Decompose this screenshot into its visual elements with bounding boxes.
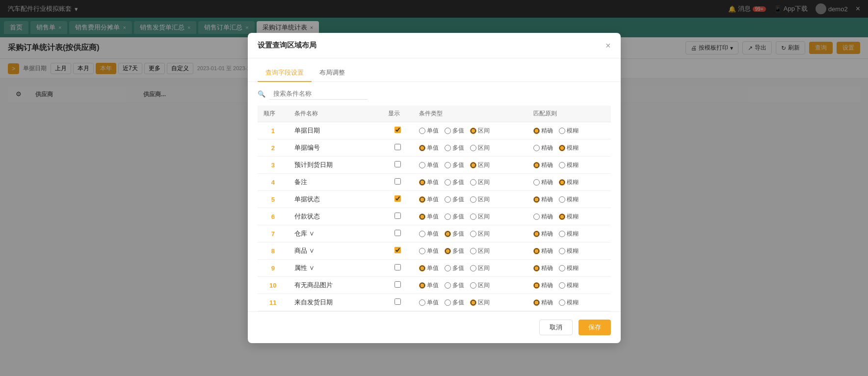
type-radio-label-多值-5[interactable]: 多值 (445, 195, 464, 204)
type-radio-多值-3[interactable] (445, 162, 451, 168)
match-radio-label-精确-3[interactable]: 精确 (533, 161, 553, 169)
type-radio-label-区间-2[interactable]: 区间 (470, 144, 490, 152)
display-checkbox-9[interactable] (395, 264, 401, 270)
match-radio-label-精确-2[interactable]: 精确 (533, 144, 553, 152)
match-radio-精确-5[interactable] (533, 196, 540, 203)
type-radio-单值-5[interactable] (419, 196, 425, 203)
match-radio-label-精确-4[interactable]: 精确 (533, 178, 553, 187)
type-radio-区间-7[interactable] (470, 231, 476, 237)
match-radio-模糊-9[interactable] (559, 265, 565, 271)
type-radio-单值-4[interactable] (419, 179, 425, 186)
display-checkbox-8[interactable] (395, 247, 401, 253)
type-radio-单值-7[interactable] (419, 231, 425, 237)
match-radio-label-模糊-11[interactable]: 模糊 (559, 298, 579, 307)
match-radio-label-精确-9[interactable]: 精确 (533, 264, 553, 272)
type-radio-区间-2[interactable] (470, 145, 476, 151)
type-radio-label-多值-10[interactable]: 多值 (445, 281, 464, 290)
type-radio-label-多值-7[interactable]: 多值 (445, 230, 464, 238)
type-radio-label-单值-10[interactable]: 单值 (419, 281, 439, 290)
display-checkbox-5[interactable] (395, 195, 401, 202)
type-radio-单值-1[interactable] (419, 128, 425, 134)
match-radio-模糊-7[interactable] (559, 231, 565, 237)
match-radio-精确-8[interactable] (533, 248, 540, 254)
type-radio-区间-4[interactable] (470, 179, 476, 186)
display-checkbox-10[interactable] (395, 281, 401, 288)
match-radio-label-模糊-2[interactable]: 模糊 (559, 144, 579, 152)
type-radio-区间-8[interactable] (470, 248, 476, 254)
type-radio-区间-9[interactable] (470, 265, 476, 271)
type-radio-单值-3[interactable] (419, 162, 425, 168)
type-radio-label-单值-2[interactable]: 单值 (419, 144, 439, 152)
type-radio-多值-1[interactable] (445, 128, 451, 134)
type-radio-label-单值-7[interactable]: 单值 (419, 230, 439, 238)
save-button[interactable]: 保存 (579, 320, 611, 335)
type-radio-多值-11[interactable] (445, 299, 451, 306)
match-radio-label-精确-1[interactable]: 精确 (533, 127, 553, 135)
match-radio-label-精确-7[interactable]: 精确 (533, 230, 553, 238)
type-radio-区间-10[interactable] (470, 282, 476, 289)
match-radio-label-精确-6[interactable]: 精确 (533, 213, 553, 221)
type-radio-多值-9[interactable] (445, 265, 451, 271)
match-radio-label-模糊-10[interactable]: 模糊 (559, 281, 579, 290)
match-radio-label-模糊-4[interactable]: 模糊 (559, 178, 579, 187)
type-radio-label-多值-2[interactable]: 多值 (445, 144, 464, 152)
type-radio-多值-2[interactable] (445, 145, 451, 151)
display-checkbox-1[interactable] (395, 127, 401, 133)
type-radio-label-单值-4[interactable]: 单值 (419, 178, 439, 187)
type-radio-label-区间-3[interactable]: 区间 (470, 161, 490, 169)
match-radio-精确-6[interactable] (533, 214, 540, 220)
match-radio-精确-2[interactable] (533, 145, 540, 151)
match-radio-label-模糊-9[interactable]: 模糊 (559, 264, 579, 272)
type-radio-单值-10[interactable] (419, 282, 425, 289)
type-radio-label-多值-11[interactable]: 多值 (445, 298, 464, 307)
type-radio-区间-11[interactable] (470, 299, 476, 306)
type-radio-label-区间-6[interactable]: 区间 (470, 213, 490, 221)
cancel-button[interactable]: 取消 (539, 320, 573, 335)
type-radio-label-单值-6[interactable]: 单值 (419, 213, 439, 221)
match-radio-精确-9[interactable] (533, 265, 540, 271)
type-radio-label-单值-11[interactable]: 单值 (419, 298, 439, 307)
type-radio-单值-11[interactable] (419, 299, 425, 306)
match-radio-label-精确-11[interactable]: 精确 (533, 298, 553, 307)
type-radio-区间-1[interactable] (470, 128, 476, 134)
type-radio-label-区间-7[interactable]: 区间 (470, 230, 490, 238)
display-checkbox-2[interactable] (395, 144, 401, 150)
type-radio-多值-5[interactable] (445, 196, 451, 203)
type-radio-多值-10[interactable] (445, 282, 451, 289)
match-radio-label-模糊-3[interactable]: 模糊 (559, 161, 579, 169)
type-radio-多值-7[interactable] (445, 231, 451, 237)
match-radio-精确-10[interactable] (533, 282, 540, 289)
match-radio-模糊-4[interactable] (559, 179, 565, 186)
type-radio-label-多值-8[interactable]: 多值 (445, 247, 464, 255)
type-radio-label-多值-9[interactable]: 多值 (445, 264, 464, 272)
match-radio-label-模糊-7[interactable]: 模糊 (559, 230, 579, 238)
match-radio-label-模糊-8[interactable]: 模糊 (559, 247, 579, 255)
match-radio-精确-4[interactable] (533, 179, 540, 186)
match-radio-模糊-11[interactable] (559, 299, 565, 306)
type-radio-区间-3[interactable] (470, 162, 476, 168)
type-radio-label-单值-9[interactable]: 单值 (419, 264, 439, 272)
type-radio-单值-8[interactable] (419, 248, 425, 254)
type-radio-单值-6[interactable] (419, 214, 425, 220)
match-radio-模糊-5[interactable] (559, 196, 565, 203)
modal-close-button[interactable]: × (605, 41, 611, 50)
type-radio-label-多值-3[interactable]: 多值 (445, 161, 464, 169)
match-radio-模糊-6[interactable] (559, 214, 565, 220)
type-radio-label-多值-4[interactable]: 多值 (445, 178, 464, 187)
match-radio-label-精确-5[interactable]: 精确 (533, 195, 553, 204)
display-checkbox-3[interactable] (395, 161, 401, 167)
type-radio-label-单值-3[interactable]: 单值 (419, 161, 439, 169)
type-radio-label-单值-5[interactable]: 单值 (419, 195, 439, 204)
type-radio-label-多值-6[interactable]: 多值 (445, 213, 464, 221)
type-radio-区间-6[interactable] (470, 214, 476, 220)
type-radio-label-区间-9[interactable]: 区间 (470, 264, 490, 272)
match-radio-模糊-10[interactable] (559, 282, 565, 289)
display-checkbox-11[interactable] (395, 298, 401, 305)
match-radio-模糊-2[interactable] (559, 145, 565, 151)
type-radio-label-区间-1[interactable]: 区间 (470, 127, 490, 135)
match-radio-模糊-8[interactable] (559, 248, 565, 254)
match-radio-label-精确-8[interactable]: 精确 (533, 247, 553, 255)
type-radio-多值-8[interactable] (445, 248, 451, 254)
match-radio-模糊-3[interactable] (559, 162, 565, 168)
match-radio-精确-11[interactable] (533, 299, 540, 306)
